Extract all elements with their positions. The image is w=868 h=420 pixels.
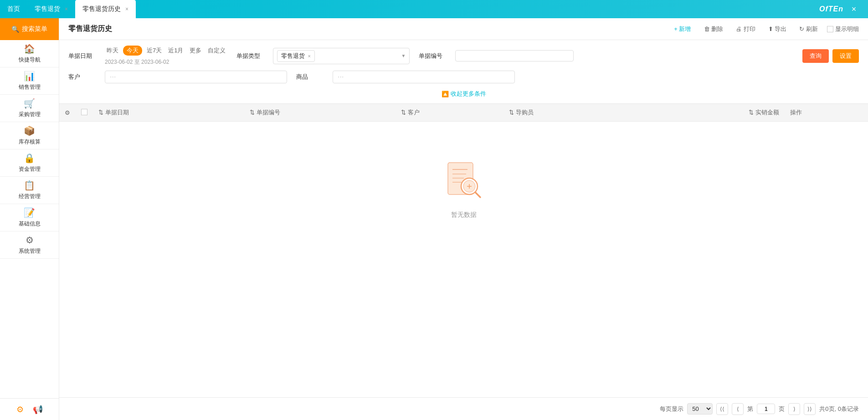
query-actions: 查询 设置 xyxy=(802,49,859,63)
th-customer-label: ⇅ 客户 xyxy=(401,109,420,116)
voucher-type-tag-close[interactable]: × xyxy=(308,53,310,59)
page-prev-button[interactable]: ⟨ xyxy=(732,403,744,415)
header-actions: + 新增 🗑 删除 🖨 打印 ⬆ 导出 ↻ 刷新 显示明细 xyxy=(670,23,859,35)
voucher-type-select[interactable]: 零售退货 × ▼ xyxy=(273,48,410,64)
main-layout: 🔍 搜索菜单 🏠 快捷导航 📊 销售管理 🛒 采购管理 📦 库存核算 🔒 资金管… xyxy=(0,18,868,420)
tab-home[interactable]: 首页 xyxy=(0,0,27,18)
new-button[interactable]: + 新增 xyxy=(670,23,694,35)
refresh-button[interactable]: ↻ 刷新 xyxy=(796,23,822,35)
settings-bottom-icon[interactable]: ⚙ xyxy=(16,405,24,415)
empty-text: 暂无数据 xyxy=(451,211,477,219)
search-menu-button[interactable]: 🔍 搜索菜单 xyxy=(0,18,59,40)
date-opt-1month[interactable]: 近1月 xyxy=(166,46,185,56)
empty-cell: 暂无数据 xyxy=(59,122,868,256)
inventory-icon: 📦 xyxy=(24,125,35,136)
customer-label: 客户 xyxy=(68,73,96,81)
empty-row: 暂无数据 xyxy=(59,122,868,256)
sidebar-item-system[interactable]: ⚙ 系统管理 xyxy=(0,231,59,259)
sidebar-item-operations[interactable]: 📋 经营管理 xyxy=(0,177,59,204)
table-container: ⚙ ⇅ 单据日期 ⇅ 单据编号 ⇅ 客户 xyxy=(59,104,868,397)
search-menu-label: 搜索菜单 xyxy=(22,25,47,33)
nav-label-system: 系统管理 xyxy=(19,247,41,255)
filter-area: 单据日期 昨天 今天 近7天 近1月 更多 自定义 2023-06-02 至 2… xyxy=(59,40,868,104)
export-button[interactable]: ⬆ 导出 xyxy=(765,23,791,35)
voucher-type-tag-text: 零售退货 xyxy=(281,52,305,60)
page-next-button[interactable]: ⟩ xyxy=(788,403,800,415)
pagination-bar: 每页显示 50 10 20 100 ⟨⟨ ⟨ 第 1 页 ⟩ ⟩⟩ 共0页, 0… xyxy=(59,397,868,420)
sidebar-item-sales[interactable]: 📊 销售管理 xyxy=(0,67,59,95)
tab-retail-return-history-close[interactable]: × xyxy=(125,6,128,12)
show-detail-checkbox[interactable] xyxy=(827,26,833,32)
finance-icon: 🔒 xyxy=(24,153,35,164)
sidebar-item-inventory[interactable]: 📦 库存核算 xyxy=(0,122,59,149)
th-amount-label: ⇅ 实销金额 xyxy=(749,109,779,116)
home-icon: 🏠 xyxy=(24,43,35,54)
page-first-button[interactable]: ⟨⟨ xyxy=(716,403,728,415)
date-filter-group: 昨天 今天 近7天 近1月 更多 自定义 2023-06-02 至 2023-0… xyxy=(105,46,227,66)
collapse-label: 收起更多条件 xyxy=(451,90,486,98)
sales-icon: 📊 xyxy=(24,71,35,82)
voucher-type-arrow: ▼ xyxy=(401,53,406,58)
basic-info-icon: 📝 xyxy=(24,207,35,218)
sidebar-item-basic-info[interactable]: 📝 基础信息 xyxy=(0,204,59,231)
svg-line-7 xyxy=(475,192,480,197)
goods-label: 商品 xyxy=(296,73,324,81)
query-button[interactable]: 查询 xyxy=(802,49,829,63)
page-last-button[interactable]: ⟩⟩ xyxy=(804,403,816,415)
tab-retail-return-history[interactable]: 零售退货历史 × xyxy=(75,0,136,18)
page-header: 零售退货历史 + 新增 🗑 删除 🖨 打印 ⬆ 导出 ↻ 刷新 显示明细 xyxy=(59,18,868,40)
nav-label-sales: 销售管理 xyxy=(19,83,41,91)
brand-label: OfTEn xyxy=(819,5,843,13)
th-date[interactable]: ⇅ 单据日期 xyxy=(93,104,244,122)
sidebar-item-finance[interactable]: 🔒 资金管理 xyxy=(0,149,59,177)
tab-home-label: 首页 xyxy=(7,5,20,13)
th-checkbox-all[interactable] xyxy=(81,109,87,115)
th-no-label: ⇅ 单据编号 xyxy=(250,109,280,116)
print-button[interactable]: 🖨 打印 xyxy=(732,23,759,35)
window-close-button[interactable]: × xyxy=(847,2,861,16)
date-range-display: 2023-06-02 至 2023-06-02 xyxy=(105,58,227,66)
voucher-type-label: 单据类型 xyxy=(236,52,264,60)
show-detail-text: 显示明细 xyxy=(835,25,859,33)
nav-label-purchase: 采购管理 xyxy=(19,111,41,118)
sidebar-item-quick-nav[interactable]: 🏠 快捷导航 xyxy=(0,40,59,67)
nav-label-inventory: 库存核算 xyxy=(19,138,41,146)
date-opt-more[interactable]: 更多 xyxy=(188,46,203,56)
th-settings[interactable]: ⚙ xyxy=(59,104,76,122)
page-input[interactable]: 1 xyxy=(757,404,775,414)
customer-input-wrapper[interactable]: ··· xyxy=(105,71,287,83)
date-opt-7days[interactable]: 近7天 xyxy=(145,46,164,56)
tab-retail-return-history-label: 零售退货历史 xyxy=(82,5,121,13)
page-size-select[interactable]: 50 10 20 100 xyxy=(687,403,713,415)
system-icon: ⚙ xyxy=(26,235,34,246)
date-opt-yesterday[interactable]: 昨天 xyxy=(105,46,120,56)
th-amount[interactable]: ⇅ 实销金额 xyxy=(633,104,785,122)
voucher-no-input[interactable] xyxy=(455,50,574,61)
th-no[interactable]: ⇅ 单据编号 xyxy=(244,104,395,122)
sidebar-item-purchase[interactable]: 🛒 采购管理 xyxy=(0,95,59,122)
th-guide[interactable]: ⇅ 导购员 xyxy=(503,104,633,122)
sidebar-bottom: ⚙ 📢 xyxy=(0,398,59,420)
nav-label-quick-nav: 快捷导航 xyxy=(19,56,41,64)
speaker-bottom-icon[interactable]: 📢 xyxy=(33,405,43,415)
th-guide-label: ⇅ 导购员 xyxy=(509,109,534,116)
empty-state: 暂无数据 xyxy=(59,122,868,256)
th-actions: 操作 xyxy=(785,104,868,122)
settings-button[interactable]: 设置 xyxy=(832,49,859,63)
delete-button[interactable]: 🗑 删除 xyxy=(700,23,727,35)
purchase-icon: 🛒 xyxy=(24,98,35,109)
th-checkbox[interactable] xyxy=(76,104,93,122)
th-date-label: ⇅ 单据日期 xyxy=(98,109,129,116)
goods-input-wrapper[interactable]: ··· xyxy=(333,71,515,83)
tab-retail-return[interactable]: 零售退货 × xyxy=(27,0,75,18)
goods-dots: ··· xyxy=(338,73,510,81)
collapse-button[interactable]: 🔼 收起更多条件 xyxy=(442,90,486,98)
tab-retail-return-label: 零售退货 xyxy=(35,5,60,13)
th-customer[interactable]: ⇅ 客户 xyxy=(395,104,503,122)
show-detail-label: 显示明细 xyxy=(827,25,859,33)
search-icon: 🔍 xyxy=(11,26,19,33)
date-filter-label: 单据日期 xyxy=(68,52,96,60)
tab-retail-return-close[interactable]: × xyxy=(65,6,68,12)
date-opt-custom[interactable]: 自定义 xyxy=(206,46,227,56)
date-opt-today[interactable]: 今天 xyxy=(123,46,142,56)
